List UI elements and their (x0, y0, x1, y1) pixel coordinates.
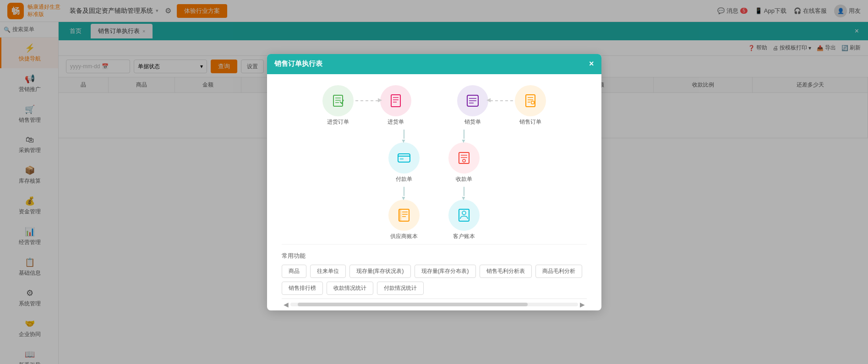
sales-bill-label: 销货单 (464, 118, 481, 126)
payment-label: 付款单 (396, 175, 412, 183)
svg-rect-12 (526, 95, 535, 107)
modal-header: 销售订单执行表 × (267, 54, 601, 74)
modal-overlay[interactable]: 销售订单执行表 × 进货订单 ▶ (0, 0, 868, 364)
common-func-btn[interactable]: 往来单位 (310, 265, 346, 278)
sales-order-label: 销售订单 (519, 118, 541, 126)
modal-title: 销售订单执行表 (274, 60, 322, 68)
customer-book-label: 客户账本 (453, 233, 475, 240)
flow-node-sales-bill[interactable]: 销货单 (457, 85, 488, 126)
modal-scrollbar[interactable]: ◀ ▶ (282, 299, 587, 310)
flow-node-payment[interactable]: 付款单 (388, 142, 420, 183)
scroll-track[interactable] (290, 303, 578, 306)
flow-node-receipt[interactable]: 收款单 (448, 142, 480, 183)
flow-node-sales-order[interactable]: 销售订单 (515, 85, 546, 126)
scroll-left-btn[interactable]: ◀ (282, 301, 290, 308)
payment-icon (388, 142, 420, 174)
flow-node-purchase-order[interactable]: 进货订单 (322, 85, 354, 126)
common-func-btn[interactable]: 商品毛利分析 (535, 265, 582, 278)
flow-node-supplier-book[interactable]: 供应商账本 (388, 200, 420, 240)
flow-node-purchase-bill[interactable]: 进货单 (380, 85, 411, 126)
common-functions: 常用功能 商品往来单位现存量(库存状况表)现存量(库存分布表)销售毛利分析表商品… (282, 244, 587, 295)
supplier-book-label: 供应商账本 (390, 233, 418, 240)
common-func-btn[interactable]: 收款情况统计 (327, 282, 373, 295)
purchase-order-icon (322, 85, 354, 116)
common-title: 常用功能 (282, 252, 587, 260)
common-func-btn[interactable]: 现存量(库存分布表) (415, 265, 476, 278)
flow-row-2: 付款单 收款单 (282, 142, 587, 183)
flow-row-3: 供应商账本 客户账本 (282, 200, 587, 240)
modal-close-btn[interactable]: × (589, 59, 594, 69)
scroll-right-btn[interactable]: ▶ (578, 301, 587, 308)
svg-rect-16 (531, 101, 534, 104)
receipt-label: 收款单 (456, 175, 472, 183)
purchase-order-label: 进货订单 (327, 118, 349, 126)
common-func-btn[interactable]: 销售毛利分析表 (480, 265, 532, 278)
purchase-bill-label: 进货单 (388, 118, 404, 126)
svg-rect-19 (400, 158, 404, 160)
modal: 销售订单执行表 × 进货订单 ▶ (267, 54, 601, 310)
flow-row-arrows2: ▼ ▼ (282, 187, 587, 196)
common-btns-container: 商品往来单位现存量(库存状况表)现存量(库存分布表)销售毛利分析表商品毛利分析销… (282, 265, 587, 295)
svg-point-30 (462, 211, 466, 215)
sales-bill-icon (457, 85, 488, 116)
supplier-book-icon (388, 200, 420, 231)
common-func-btn[interactable]: 现存量(库存状况表) (349, 265, 411, 278)
svg-rect-4 (391, 95, 400, 107)
flow-node-customer-book[interactable]: 客户账本 (448, 200, 480, 240)
customer-book-icon (448, 200, 480, 231)
receipt-icon (448, 142, 480, 174)
common-func-btn[interactable]: 商品 (282, 265, 306, 278)
svg-rect-17 (398, 154, 410, 162)
svg-rect-25 (399, 209, 401, 221)
common-func-btn[interactable]: 付款情况统计 (377, 282, 424, 295)
svg-point-23 (463, 159, 465, 162)
flow-row-1: 进货订单 ▶ 进货单 (282, 85, 587, 126)
scroll-thumb[interactable] (298, 303, 528, 306)
svg-rect-0 (333, 95, 343, 106)
sales-order-icon (515, 85, 546, 116)
flow-row-arrows: ▼ ▼ (282, 130, 587, 139)
modal-body: 进货订单 ▶ 进货单 (267, 74, 601, 310)
purchase-bill-icon (380, 85, 411, 116)
common-func-btn[interactable]: 销售排行榜 (282, 282, 323, 295)
